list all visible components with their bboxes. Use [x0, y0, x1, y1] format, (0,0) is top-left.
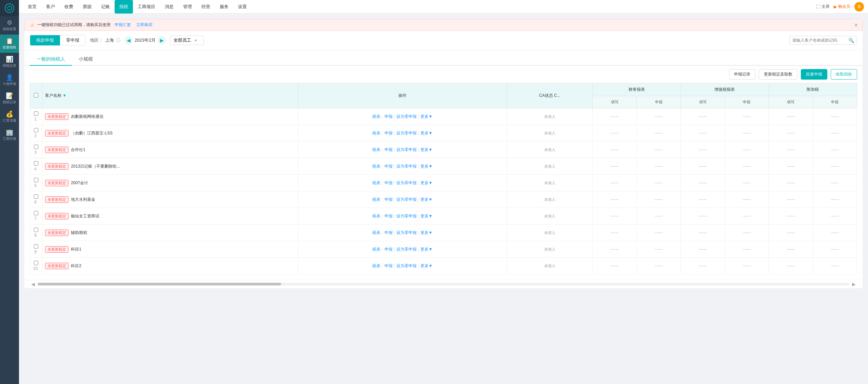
fullscreen-button[interactable]: ⛶ 全屏	[816, 4, 830, 9]
upgrade-button[interactable]: ▶ 畅会员	[834, 4, 850, 9]
scroll-right-button[interactable]: ▶	[851, 281, 857, 287]
sidebar-item-shuibaozonglan[interactable]: 📊 报税总览	[0, 53, 19, 71]
ops-more[interactable]: 更多▼	[420, 130, 433, 136]
ops-shuibiao[interactable]: 税表	[372, 180, 380, 186]
ops-shenbao[interactable]: 申报	[384, 164, 393, 169]
ops-lingshenbao[interactable]: 设为零申报	[396, 197, 417, 202]
ops-lingshenbao[interactable]: 设为零申报	[396, 213, 417, 219]
row-checkbox[interactable]	[34, 111, 38, 116]
select-all-checkbox[interactable]	[34, 93, 38, 98]
nav-jingying[interactable]: 经营	[197, 0, 215, 14]
ops-shenbao[interactable]: 申报	[384, 130, 393, 136]
ops-shenbao[interactable]: 申报	[384, 213, 393, 219]
ops-lingshenbao[interactable]: 设为零申报	[396, 164, 417, 169]
tab-shuikuanshenbao[interactable]: 税款申报	[30, 35, 60, 45]
row-checkbox[interactable]	[34, 161, 38, 166]
ops-more[interactable]: 更多▼	[420, 247, 433, 252]
tab-lingshenbao[interactable]: 零申报	[60, 35, 85, 45]
row-checkbox[interactable]	[34, 261, 38, 265]
ops-more[interactable]: 更多▼	[420, 263, 433, 269]
sidebar-item-piliangshuibao[interactable]: 📋 批量报税	[0, 35, 19, 53]
sidebar-item-label: 报税设置	[3, 27, 16, 31]
nav-baoshui[interactable]: 报税	[115, 0, 133, 14]
row-client-name: 未更新税定 勿删新税网络通信	[42, 108, 298, 125]
row-checkbox[interactable]	[34, 228, 38, 232]
ops-shuibiao[interactable]: 税表	[372, 164, 380, 169]
ops-lingshenbao[interactable]: 设为零申报	[396, 147, 417, 153]
info-icon[interactable]: ⓘ	[116, 37, 120, 43]
ops-lingshenbao[interactable]: 设为零申报	[396, 263, 417, 269]
ops-shuibiao[interactable]: 税表	[372, 247, 380, 252]
banner-close-button[interactable]: ✕	[854, 22, 858, 28]
ops-lingshenbao[interactable]: 设为零申报	[396, 130, 417, 136]
ops-lingshenbao[interactable]: 设为零申报	[396, 230, 417, 236]
ops-shuibiao[interactable]: 税表	[372, 114, 380, 120]
sidebar-item-gongshangnianbaao[interactable]: 🏢 工商年报	[0, 126, 19, 144]
row-checkbox[interactable]	[34, 128, 38, 132]
declaration-records-button[interactable]: 申报记录	[729, 69, 755, 80]
ops-shenbao[interactable]: 申报	[384, 180, 393, 186]
row-checkbox[interactable]	[34, 244, 38, 249]
scroll-track[interactable]	[38, 283, 849, 285]
sidebar-item-geshuishenbao[interactable]: 👤 个税申报	[0, 71, 19, 89]
ops-more[interactable]: 更多▼	[420, 164, 433, 169]
ops-shuibiao[interactable]: 税表	[372, 263, 380, 269]
nav-guanli[interactable]: 管理	[178, 0, 197, 14]
banner-link-shenbaohui[interactable]: 申报汇签	[115, 22, 131, 28]
sidebar-item-huisuanqingjiao[interactable]: 💰 汇算清缴	[0, 108, 19, 126]
sidebar-item-baoshuishezhi[interactable]: ⚙ 报税设置	[0, 16, 19, 35]
nav-piaoju[interactable]: 票据	[78, 0, 96, 14]
ops-shuibiao[interactable]: 税表	[372, 130, 380, 136]
row-checkbox-cell: 1	[30, 108, 42, 125]
nav-shoufei[interactable]: 收费	[60, 0, 78, 14]
ops-more[interactable]: 更多▼	[420, 197, 433, 202]
ops-shenbao[interactable]: 申报	[384, 247, 393, 252]
staff-selector[interactable]: 全部员工 ▼	[170, 36, 204, 45]
nav-fuwu[interactable]: 服务	[215, 0, 233, 14]
row-tax-report: ——	[725, 125, 769, 142]
ops-shenbao[interactable]: 申报	[384, 230, 393, 236]
ops-shenbao[interactable]: 申报	[384, 114, 393, 120]
ops-shuibiao[interactable]: 税表	[372, 147, 380, 153]
batch-declare-button[interactable]: 批量申报	[801, 69, 827, 80]
date-next-button[interactable]: ▶	[158, 36, 166, 44]
row-checkbox[interactable]	[34, 178, 38, 182]
row-add-report: ——	[813, 108, 857, 125]
row-checkbox[interactable]	[34, 145, 38, 149]
ops-more[interactable]: 更多▼	[420, 230, 433, 236]
user-avatar[interactable]: S	[854, 2, 864, 12]
date-prev-button[interactable]: ◀	[124, 36, 133, 44]
ops-lingshenbao[interactable]: 设为零申报	[396, 247, 417, 252]
retrieve-receipt-button[interactable]: 收取回执	[831, 69, 857, 80]
nav-xiaoxi[interactable]: 消息	[160, 0, 178, 14]
search-icon[interactable]: 🔍	[848, 38, 854, 43]
ops-shuibiao[interactable]: 税表	[372, 230, 380, 236]
nav-gongshang[interactable]: 工商项目	[133, 0, 160, 14]
scroll-left-button[interactable]: ◀	[30, 281, 36, 287]
row-checkbox[interactable]	[34, 194, 38, 199]
search-input[interactable]	[792, 38, 848, 43]
row-number: 3	[34, 150, 37, 155]
ops-more[interactable]: 更多▼	[420, 114, 433, 120]
ops-lingshenbao[interactable]: 设为零申报	[396, 180, 417, 186]
ops-shenbao[interactable]: 申报	[384, 263, 393, 269]
ops-shenbao[interactable]: 申报	[384, 197, 393, 202]
ops-shuibiao[interactable]: 税表	[372, 213, 380, 219]
sidebar-item-shuibaojilu[interactable]: 📝 报税记录	[0, 89, 19, 108]
update-tax-button[interactable]: 更新税定及取数	[759, 69, 797, 80]
nav-home[interactable]: 首页	[23, 0, 41, 14]
row-ops: 税表 | 申报 | 设为零申报 | 更多▼	[298, 258, 507, 274]
ops-lingshenbao[interactable]: 设为零申报	[396, 114, 417, 120]
nav-customer[interactable]: 客户	[41, 0, 60, 14]
subtab-yibanna[interactable]: 一般的纳税人	[30, 54, 72, 66]
row-checkbox[interactable]	[34, 211, 38, 215]
ops-more[interactable]: 更多▼	[420, 147, 433, 153]
ops-more[interactable]: 更多▼	[420, 213, 433, 219]
ops-more[interactable]: 更多▼	[420, 180, 433, 186]
banner-link-purchase[interactable]: 立即购买	[136, 22, 153, 28]
ops-shenbao[interactable]: 申报	[384, 147, 393, 153]
nav-jizhang[interactable]: 记账	[96, 0, 115, 14]
subtab-xiaoguimo[interactable]: 小规模	[72, 54, 100, 66]
ops-shuibiao[interactable]: 税表	[372, 197, 380, 202]
nav-shezhi[interactable]: 设置	[233, 0, 252, 14]
